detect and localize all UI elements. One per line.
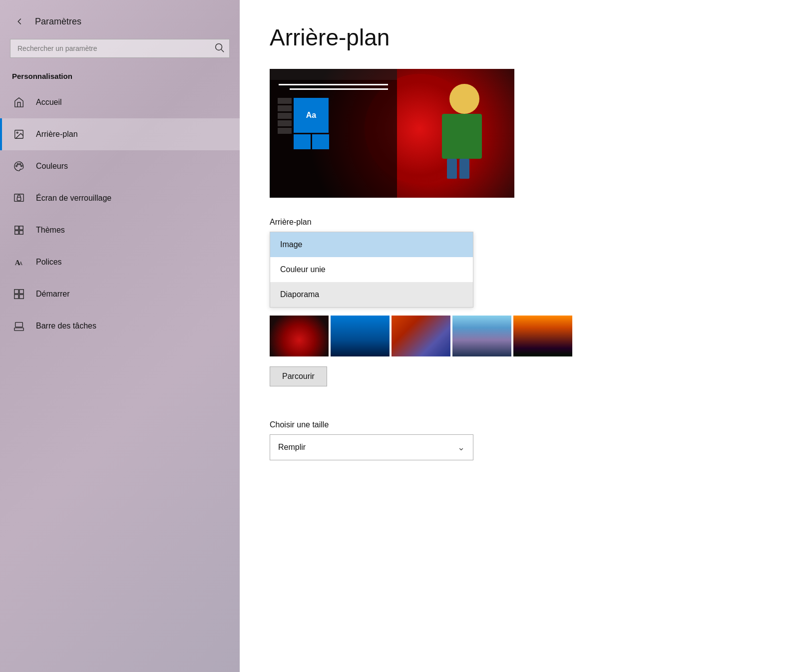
page-title: Arrière-plan xyxy=(270,24,767,51)
svg-point-6 xyxy=(19,164,21,165)
svg-rect-19 xyxy=(19,295,23,299)
svg-rect-20 xyxy=(14,328,23,331)
background-dropdown-container: Arrière-plan Image Couleur unie Diaporam… xyxy=(270,218,767,308)
svg-rect-11 xyxy=(19,226,23,230)
image-thumb-4[interactable] xyxy=(452,316,511,356)
sidebar-label-couleurs: Couleurs xyxy=(36,162,68,171)
search-input[interactable] xyxy=(10,39,230,58)
sidebar-label-themes: Thèmes xyxy=(36,226,65,235)
svg-rect-13 xyxy=(19,231,23,234)
svg-point-0 xyxy=(216,44,222,50)
svg-point-5 xyxy=(17,164,18,165)
svg-point-3 xyxy=(16,132,18,133)
image-thumb-3[interactable] xyxy=(392,316,450,356)
tile-blue-sm-2 xyxy=(312,134,329,149)
svg-rect-17 xyxy=(19,290,23,294)
sidebar-item-couleurs[interactable]: Couleurs xyxy=(0,150,240,182)
search-icon-button[interactable] xyxy=(214,42,225,55)
sidebar-item-arriere-plan[interactable]: Arrière-plan xyxy=(0,118,240,150)
tile-col-blue: Aa xyxy=(294,98,329,149)
size-field-label: Choisir une taille xyxy=(270,420,767,429)
svg-point-7 xyxy=(21,165,22,167)
taskbar-white-line2 xyxy=(290,88,388,90)
svg-rect-18 xyxy=(14,295,18,299)
sidebar-item-ecran-verrouillage[interactable]: Écran de verrouillage xyxy=(0,182,240,214)
background-field-label: Arrière-plan xyxy=(270,218,767,227)
size-section: Choisir une taille Remplir ⌄ xyxy=(270,420,767,460)
palette-icon xyxy=(12,159,26,173)
svg-point-4 xyxy=(16,165,17,167)
search-box xyxy=(10,39,230,58)
wallpaper-figure xyxy=(434,74,494,184)
figure-head xyxy=(449,84,479,114)
tile-sm-3 xyxy=(278,113,292,119)
sidebar-label-polices: Polices xyxy=(36,258,62,267)
size-dropdown[interactable]: Remplir ⌄ xyxy=(270,434,473,460)
tile-bottom-row xyxy=(294,134,329,149)
svg-rect-16 xyxy=(14,290,18,294)
taskbar-overlay: Aa xyxy=(270,69,397,198)
recent-images-row xyxy=(270,316,767,356)
wallpaper-preview: Aa xyxy=(270,69,514,198)
chevron-down-icon: ⌄ xyxy=(457,442,465,453)
image-icon xyxy=(12,127,26,141)
figure-body xyxy=(442,114,482,159)
image-thumb-5[interactable] xyxy=(513,316,572,356)
svg-rect-9 xyxy=(17,197,20,200)
tiles-area: Aa xyxy=(270,93,397,154)
sidebar-label-demarrer: Démarrer xyxy=(36,290,70,299)
tile-sm-2 xyxy=(278,105,292,111)
sidebar-item-accueil[interactable]: Accueil xyxy=(0,86,240,118)
taskbar-topbar xyxy=(270,69,397,80)
svg-line-1 xyxy=(221,49,224,52)
lock-screen-icon xyxy=(12,191,26,205)
image-thumb-2[interactable] xyxy=(331,316,390,356)
sidebar-item-polices[interactable]: AA Polices xyxy=(0,246,240,278)
dropdown-option-diaporama[interactable]: Diaporama xyxy=(270,282,473,307)
start-icon xyxy=(12,287,26,301)
background-dropdown-menu[interactable]: Image Couleur unie Diaporama xyxy=(270,232,473,308)
sidebar-item-demarrer[interactable]: Démarrer xyxy=(0,278,240,310)
dropdown-option-couleur-unie[interactable]: Couleur unie xyxy=(270,257,473,282)
font-icon: AA xyxy=(12,255,26,269)
sidebar-label-accueil: Accueil xyxy=(36,98,62,107)
tile-col-1 xyxy=(278,98,292,134)
size-value: Remplir xyxy=(278,443,306,452)
tile-blue-sm-1 xyxy=(294,134,311,149)
sidebar-header: Paramètres xyxy=(0,0,240,39)
sidebar-title: Paramètres xyxy=(35,16,81,27)
figure-leg-right xyxy=(459,159,469,179)
home-icon xyxy=(12,95,26,109)
tile-sm-1 xyxy=(278,98,292,104)
svg-rect-21 xyxy=(15,323,23,327)
figure-leg-left xyxy=(447,159,457,179)
back-button[interactable] xyxy=(12,14,27,29)
taskbar-white-line xyxy=(279,84,388,85)
sidebar-label-barre-taches: Barre des tâches xyxy=(36,322,96,331)
sidebar-item-themes[interactable]: Thèmes xyxy=(0,214,240,246)
dropdown-option-image[interactable]: Image xyxy=(270,232,473,257)
sidebar-label-ecran-verrouillage: Écran de verrouillage xyxy=(36,194,111,203)
section-label: Personnalisation xyxy=(0,70,240,86)
sidebar-label-arriere-plan: Arrière-plan xyxy=(36,130,78,139)
tile-aa: Aa xyxy=(294,98,329,133)
browse-button[interactable]: Parcourir xyxy=(270,366,327,386)
svg-rect-10 xyxy=(15,226,18,230)
image-thumb-1[interactable] xyxy=(270,316,329,356)
themes-icon xyxy=(12,223,26,237)
svg-text:A: A xyxy=(19,261,23,266)
tile-sm-5 xyxy=(278,128,292,134)
svg-rect-12 xyxy=(15,231,18,234)
main-content: Arrière-plan xyxy=(240,0,797,672)
taskbar-icon xyxy=(12,319,26,333)
sidebar-item-barre-taches[interactable]: Barre des tâches xyxy=(0,310,240,342)
sidebar: Paramètres Personnalisation Accueil Arri… xyxy=(0,0,240,672)
tile-sm-4 xyxy=(278,120,292,126)
